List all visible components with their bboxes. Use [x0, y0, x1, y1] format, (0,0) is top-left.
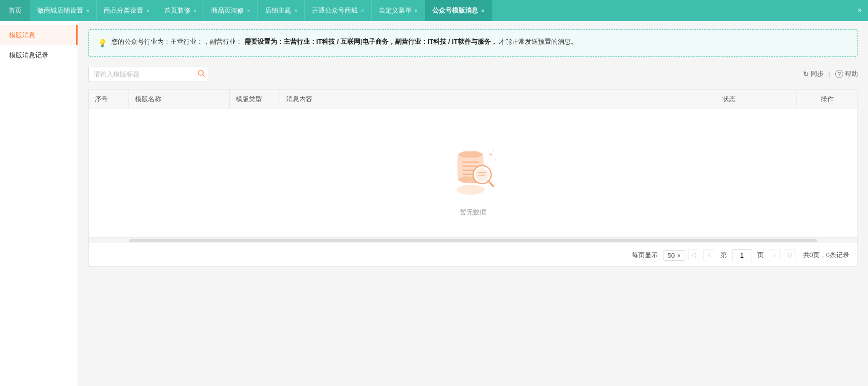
search-input-wrap	[88, 66, 209, 82]
top-nav: 首页 微商城店铺设置 × 商品分类设置 × 首页装修 × 商品页装修 × 店铺主…	[0, 0, 868, 21]
close-icon[interactable]: ×	[481, 8, 484, 14]
chevron-down-icon: ∨	[677, 253, 681, 258]
close-icon[interactable]: ×	[193, 8, 196, 14]
svg-point-12	[490, 153, 492, 156]
th-action: 操作	[797, 90, 857, 109]
close-all-button[interactable]: ×	[857, 6, 862, 15]
th-seq: 序号	[89, 90, 129, 109]
close-icon[interactable]: ×	[361, 8, 364, 14]
help-button[interactable]: ? 帮助	[835, 69, 858, 79]
close-icon[interactable]: ×	[247, 8, 250, 14]
th-type: 模版类型	[230, 90, 280, 109]
pagination: 每页显示 50 ∨ ⟨⟨ ＜ 第 页 ＞ ⟩⟩ 共0页，0条记录	[89, 243, 857, 266]
nav-tab-menu[interactable]: 自定义菜单 ×	[372, 0, 425, 21]
sidebar-item-template-msg[interactable]: 模版消息	[0, 25, 78, 45]
nav-tab-home[interactable]: 首页	[0, 0, 30, 21]
th-content: 消息内容	[280, 90, 716, 109]
horizontal-scrollbar[interactable]	[89, 237, 857, 243]
close-icon[interactable]: ×	[294, 8, 297, 14]
table-header: 序号 模版名称 模版类型 消息内容 状态 操作	[89, 90, 857, 109]
help-icon: ?	[835, 70, 843, 78]
page-first-button[interactable]: ⟨⟨	[688, 249, 700, 261]
svg-point-13	[495, 159, 497, 161]
close-icon[interactable]: ×	[146, 8, 149, 14]
empty-text: 暂无数据	[460, 208, 486, 217]
page-prev-button[interactable]: ＜	[703, 249, 715, 261]
page-next-button[interactable]: ＞	[769, 249, 781, 261]
svg-line-9	[488, 181, 493, 186]
nav-tab-mall[interactable]: 开通公众号商城 ×	[305, 0, 371, 21]
svg-point-2	[456, 185, 485, 195]
svg-line-1	[203, 75, 205, 77]
search-bar: ↻ 同步 | ? 帮助	[88, 66, 858, 82]
nav-tab-homepage[interactable]: 首页装修 ×	[157, 0, 204, 21]
content-area: 💡 您的公众号行业为：主营行业：，副营行业： 需要设置为：主营行业：IT科技 /…	[78, 21, 868, 386]
sync-button[interactable]: ↻ 同步	[803, 69, 824, 79]
close-icon[interactable]: ×	[415, 8, 418, 14]
scrollbar-track	[129, 239, 817, 242]
nav-tab-template[interactable]: 公众号模版消息 ×	[425, 0, 492, 21]
info-notice: 💡 您的公众号行业为：主营行业：，副营行业： 需要设置为：主营行业：IT科技 /…	[88, 29, 858, 57]
data-table: 序号 模版名称 模版类型 消息内容 状态 操作	[88, 89, 858, 267]
th-name: 模版名称	[129, 90, 230, 109]
page-last-button[interactable]: ⟩⟩	[784, 249, 796, 261]
main-layout: 模版消息 模版消息记录 💡 您的公众号行业为：主营行业：，副营行业： 需要设置为…	[0, 21, 868, 386]
empty-state: 暂无数据	[89, 109, 857, 237]
nav-tab-theme[interactable]: 店铺主题 ×	[258, 0, 305, 21]
svg-point-14	[493, 150, 494, 151]
close-icon[interactable]: ×	[86, 8, 89, 14]
sync-icon: ↻	[803, 70, 809, 78]
page-size-select[interactable]: 50 ∨	[663, 250, 685, 261]
nav-tab-wshop[interactable]: 微商城店铺设置 ×	[30, 0, 97, 21]
bulb-icon: 💡	[98, 37, 107, 49]
empty-illustration	[443, 139, 503, 200]
nav-tab-category[interactable]: 商品分类设置 ×	[97, 0, 157, 21]
svg-point-8	[476, 168, 489, 181]
nav-tab-product[interactable]: 商品页装修 ×	[204, 0, 257, 21]
page-input[interactable]	[732, 249, 752, 261]
search-button[interactable]	[197, 69, 205, 79]
search-actions: ↻ 同步 | ? 帮助	[803, 69, 858, 79]
sidebar: 模版消息 模版消息记录	[0, 21, 78, 386]
th-status: 状态	[716, 90, 797, 109]
total-info: 共0页，0条记录	[803, 251, 849, 260]
search-input[interactable]	[88, 66, 209, 82]
sidebar-item-template-log[interactable]: 模版消息记录	[0, 45, 78, 65]
divider: |	[829, 70, 830, 78]
